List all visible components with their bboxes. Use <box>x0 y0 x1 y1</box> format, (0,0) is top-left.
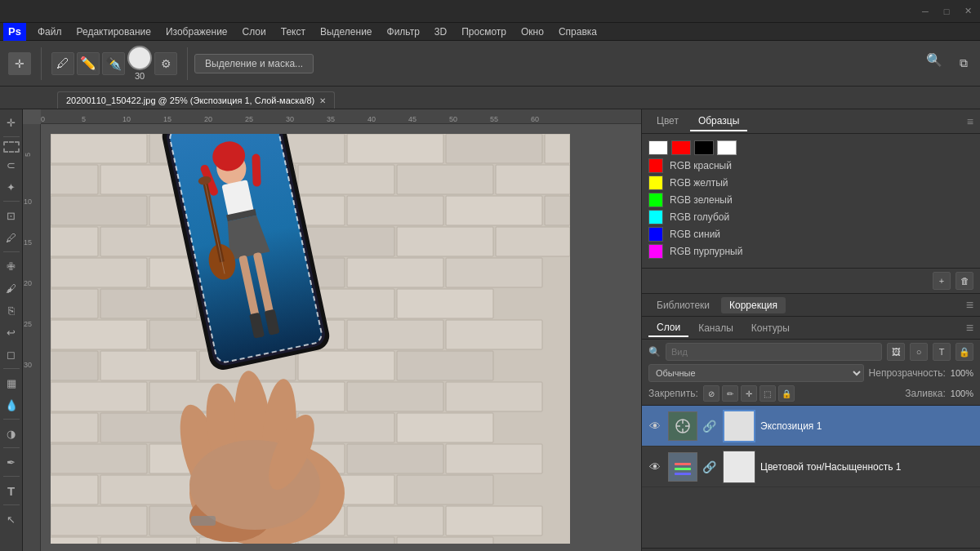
mask-button[interactable]: Выделение и маска... <box>194 54 314 73</box>
layer-mask-exposure <box>723 410 755 442</box>
brush-tool-left[interactable]: 🖌 <box>2 278 21 298</box>
swatch-black[interactable] <box>694 140 714 155</box>
svg-rect-48 <box>51 351 98 380</box>
color-row-cyan[interactable]: RGB голубой <box>648 210 973 224</box>
menu-window[interactable]: Окно <box>514 24 550 39</box>
layer-text-icon[interactable]: T <box>933 343 951 361</box>
brush-tool-3[interactable]: ✒️ <box>102 52 125 75</box>
layer-visibility-huesat[interactable]: 👁 <box>647 459 663 475</box>
history-brush[interactable]: ↩ <box>2 322 21 342</box>
lock-all-icon[interactable]: 🔒 <box>778 385 795 402</box>
svg-rect-81 <box>298 537 394 544</box>
tab-channels[interactable]: Каналы <box>690 320 742 336</box>
svg-rect-31 <box>397 227 493 256</box>
color-row-blue[interactable]: RGB синий <box>648 227 973 242</box>
color-row-red[interactable]: RGB красный <box>648 158 973 173</box>
layer-chain-huesat: 🔗 <box>702 460 716 473</box>
ruler-tick-10: 10 <box>122 115 131 123</box>
tab-close-button[interactable]: ✕ <box>319 96 326 105</box>
panel-menu-top[interactable]: ≡ <box>967 115 973 128</box>
crop-tool[interactable]: ⊡ <box>2 206 21 225</box>
tab-correction[interactable]: Коррекция <box>721 297 786 313</box>
ruler-top: 0 5 10 15 20 25 30 35 40 45 50 55 60 <box>41 109 641 124</box>
ruler-tick-20: 20 <box>204 115 212 123</box>
magic-wand-tool[interactable]: ✦ <box>2 177 21 197</box>
layer-lock-icon[interactable]: 🔒 <box>956 343 973 361</box>
swatch-delete-icon[interactable]: 🗑 <box>956 272 973 290</box>
minimize-button[interactable]: ─ <box>920 6 931 17</box>
document-tab[interactable]: 20200110_150422.jpg @ 25% (Экспозиция 1,… <box>57 91 335 109</box>
clone-stamp[interactable]: ⎘ <box>2 300 21 320</box>
lasso-tool[interactable]: ⊂ <box>2 155 21 175</box>
svg-rect-63 <box>51 444 147 473</box>
heal-brush[interactable]: ✙ <box>2 256 21 276</box>
layer-row-huesat[interactable]: 👁 🔗 Цветовой тон/Насыщенность 1 <box>642 447 980 487</box>
main: ✛ ⊂ ✦ ⊡ 🖊 ✙ 🖌 ⎘ ↩ ◻ ▦ 💧 ◑ ✒ T ↖ 0 5 10 <box>0 109 980 551</box>
tab-libraries[interactable]: Библиотеки <box>648 297 718 313</box>
close-button[interactable]: ✕ <box>962 6 973 17</box>
brush-tool-2[interactable]: ✏️ <box>77 52 100 75</box>
layers-panel-menu[interactable]: ≡ <box>966 321 973 335</box>
ruler-tick-45: 45 <box>408 115 416 123</box>
marquee-tool[interactable] <box>3 141 20 153</box>
move-tool[interactable]: ✛ <box>8 52 31 75</box>
layer-row-exposure[interactable]: 👁 🔗 Экспозиция 1 <box>642 406 980 447</box>
layer-visibility-exposure[interactable]: 👁 <box>647 418 663 434</box>
menu-edit[interactable]: Редактирование <box>70 24 158 39</box>
ruler-tick-25: 25 <box>245 115 253 123</box>
tool-group-select: ✛ <box>5 51 34 77</box>
move-tool-left[interactable]: ✛ <box>2 113 21 132</box>
tab-swatches[interactable]: Образцы <box>690 112 747 131</box>
eyedropper-tool[interactable]: 🖊 <box>2 228 21 247</box>
search-button[interactable]: 🔍 <box>926 52 949 75</box>
eraser-tool[interactable]: ◻ <box>2 344 21 364</box>
layer-options-1[interactable]: ○ <box>910 343 928 361</box>
maximize-button[interactable]: □ <box>941 6 952 17</box>
svg-rect-42 <box>397 289 493 318</box>
text-tool[interactable]: T <box>2 481 21 500</box>
canvas-wrapper[interactable] <box>41 124 641 551</box>
color-row-green[interactable]: RGB зеленый <box>648 193 973 207</box>
color-row-magenta[interactable]: RGB пурпурный <box>648 244 973 259</box>
swatch-white[interactable] <box>648 140 668 155</box>
brush-settings[interactable]: ⚙ <box>154 52 177 75</box>
menu-layers[interactable]: Слои <box>236 24 273 39</box>
dodge-tool[interactable]: ◑ <box>2 424 21 443</box>
menu-select[interactable]: Выделение <box>314 24 379 39</box>
blend-row: Обычные Непрозрачность: 100% <box>648 364 973 382</box>
lock-position-icon[interactable]: ✛ <box>741 385 757 402</box>
menu-view[interactable]: Просмотр <box>455 24 513 39</box>
lock-pixels-icon[interactable]: ✏ <box>722 385 738 402</box>
adj-panel-menu[interactable]: ≡ <box>966 298 973 313</box>
menu-3d[interactable]: 3D <box>428 24 453 39</box>
gradient-tool[interactable]: ▦ <box>2 373 21 393</box>
tab-color[interactable]: Цвет <box>648 112 687 131</box>
new-image-icon[interactable]: 🖼 <box>887 343 905 361</box>
tab-paths[interactable]: Контуры <box>743 320 798 336</box>
menu-image[interactable]: Изображение <box>159 24 234 39</box>
color-dot-cyan <box>648 210 663 224</box>
blur-tool[interactable]: 💧 <box>2 395 21 415</box>
color-row-yellow[interactable]: RGB желтый <box>648 176 973 190</box>
menu-filter[interactable]: Фильтр <box>381 24 426 39</box>
ruler-tick-50: 50 <box>449 115 457 123</box>
brush-circle[interactable] <box>127 46 152 70</box>
tab-layers[interactable]: Слои <box>648 319 688 337</box>
blend-mode-select[interactable]: Обычные <box>648 364 864 382</box>
swatch-red[interactable] <box>671 140 691 155</box>
lock-transparent-icon[interactable]: ⊘ <box>703 385 719 402</box>
opacity-value: 100% <box>951 368 973 378</box>
layer-search-input[interactable] <box>666 343 882 361</box>
menu-file[interactable]: Файл <box>31 24 69 39</box>
menu-help[interactable]: Справка <box>552 24 604 39</box>
menu-text[interactable]: Текст <box>274 24 312 39</box>
arrange-windows-button[interactable]: ⧉ <box>952 52 975 75</box>
lock-artboard-icon[interactable]: ⬚ <box>760 385 776 402</box>
swatch-add-icon[interactable]: + <box>933 272 951 290</box>
layer-name-exposure: Экспозиция 1 <box>760 420 975 432</box>
svg-rect-62 <box>397 413 493 442</box>
pen-tool[interactable]: ✒ <box>2 452 21 472</box>
brush-tool-1[interactable]: 🖊 <box>51 52 74 75</box>
swatch-white2[interactable] <box>717 140 737 155</box>
arrow-select[interactable]: ↖ <box>2 509 21 529</box>
